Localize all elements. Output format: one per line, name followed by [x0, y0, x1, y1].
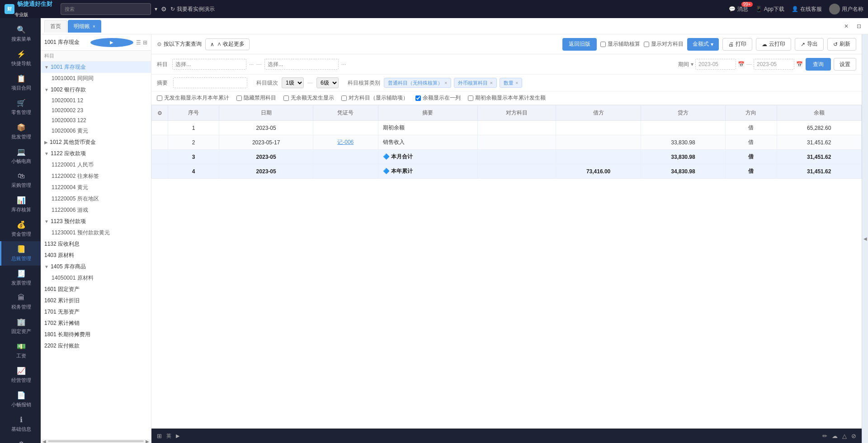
period-to-input[interactable] [754, 59, 794, 70]
sidebar-item-purchase[interactable]: 🛍 采购管理 [0, 168, 41, 192]
contra-subject-input[interactable] [341, 95, 347, 101]
expand-all-icon[interactable]: ⊞ [143, 39, 147, 46]
setting-btn[interactable]: 设置 [834, 58, 856, 71]
message-btn[interactable]: 💬 消息 99+ [729, 5, 748, 13]
cloud-print-btn[interactable]: ☁ 云打印 [756, 38, 791, 51]
tab-expand-btn[interactable]: ⊡ [854, 21, 864, 32]
refresh-btn[interactable]: ↺ 刷新 [827, 38, 856, 51]
dropdown-icon[interactable]: ▾ [155, 6, 157, 12]
export-btn[interactable]: ↗ 导出 [795, 38, 824, 51]
tree-item-10010001[interactable]: 10010001 同同同 [41, 73, 151, 84]
bottom-icon-cloud[interactable]: ☁ [832, 433, 838, 439]
scroll-left-btn[interactable]: ◀ [42, 439, 46, 443]
tree-item-11220001[interactable]: 11220001 人民币 [41, 159, 151, 171]
summary-input[interactable] [173, 77, 247, 88]
sidebar-item-wholesale[interactable]: 📦 批发管理 [0, 119, 41, 144]
sidebar-item-quick-nav[interactable]: ⚡ 快捷导航 [0, 46, 41, 71]
online-service-btn[interactable]: 👤 在线客服 [792, 5, 822, 13]
sidebar-item-invoice[interactable]: 🧾 发票管理 [0, 266, 41, 290]
list-view-icon[interactable]: ☰ [136, 39, 141, 46]
tree-item-1122[interactable]: ▼ 1122 应收款项 [41, 148, 151, 159]
app-download-btn[interactable]: 📱 App下载 [755, 5, 784, 13]
tree-item-10020003[interactable]: 10020003 122 [41, 115, 151, 125]
tree-item-1132[interactable]: 1132 应收利息 [41, 238, 151, 250]
demo-btn[interactable]: ↻ 我要看实例演示 [170, 5, 215, 13]
sidebar-item-system[interactable]: ⚙ 系统管理 [0, 436, 41, 443]
tree-item-1602[interactable]: 1602 累计折旧 [41, 295, 151, 306]
tag-normal-del[interactable]: × [444, 80, 447, 86]
lang-icon[interactable]: ▶ [176, 433, 179, 439]
level-from-select[interactable]: 1级 2级 3级 [282, 77, 304, 88]
sidebar-item-xiaochang-sales[interactable]: 📄 小畅报销 [0, 387, 41, 412]
sidebar-item-basic-info[interactable]: ℹ 基础信息 [0, 412, 41, 436]
tag-foreign-del[interactable]: × [490, 80, 492, 86]
subject-input2[interactable] [264, 59, 339, 70]
tree-item-11220002[interactable]: 11220002 往来标签 [41, 171, 151, 182]
calendar-icon2[interactable]: 📅 [796, 61, 803, 67]
right-sidebar-collapse-btn[interactable]: ◀ [862, 34, 868, 443]
scroll-right-btn[interactable]: ▶ [146, 439, 149, 443]
account-nav-btn[interactable]: ▶ [90, 38, 134, 47]
print-btn[interactable]: 🖨 打印 [722, 38, 752, 51]
tree-item-11220006[interactable]: 11220006 游戏 [41, 205, 151, 216]
tree-item-1001[interactable]: ▼ 1001 库存现金 [41, 62, 151, 73]
calendar-icon1[interactable]: 📅 [738, 61, 745, 67]
tree-item-1123[interactable]: ▼ 1123 预付款项 [41, 216, 151, 227]
tab-detail[interactable]: 明细账 × [68, 20, 101, 33]
bottom-icon-block[interactable]: ⊘ [851, 433, 856, 439]
tree-item-1801[interactable]: 1801 长期待摊费用 [41, 329, 151, 340]
tree-item-10020006[interactable]: 10020006 黄元 [41, 125, 151, 137]
sidebar-item-tax[interactable]: 🏛 税务管理 [0, 290, 41, 314]
th-settings[interactable]: ⚙ [152, 105, 168, 121]
tree-item-11230001[interactable]: 11230001 预付款款黄元 [41, 227, 151, 238]
expand-more-btn[interactable]: ∧ ∧ 收起更多 [205, 38, 250, 50]
tag-quantity-del[interactable]: × [515, 80, 518, 86]
amount-mode-btn[interactable]: 金额式 ▾ [687, 38, 719, 51]
level-to-select[interactable]: 6级 5级 4级 [316, 77, 339, 88]
no-balance-input[interactable] [157, 95, 162, 101]
tree-item-10020001[interactable]: 10020001 12 [41, 95, 151, 105]
sidebar-item-capital[interactable]: 💰 资金管理 [0, 217, 41, 241]
query-btn[interactable]: 查询 [806, 58, 831, 71]
sidebar-item-ecommerce[interactable]: 💻 小畅电商 [0, 144, 41, 168]
tree-item-14050001[interactable]: 14050001 原材料 [41, 272, 151, 284]
tree-item-10020002[interactable]: 10020002 23 [41, 105, 151, 115]
tab-close-btn[interactable]: × [93, 24, 95, 29]
tree-item-1405[interactable]: ▼ 1405 库存商品 [41, 261, 151, 272]
tree-item-1403[interactable]: 1403 原材料 [41, 250, 151, 261]
sidebar-item-general-ledger[interactable]: 📒 总账管理 [0, 241, 41, 266]
sidebar-item-salary[interactable]: 💵 工资 [0, 338, 41, 363]
sidebar-item-retail[interactable]: 🛒 零售管理 [0, 95, 41, 119]
sidebar-item-project[interactable]: 📋 项目合同 [0, 71, 41, 95]
tree-item-1002[interactable]: ▼ 1002 银行存款 [41, 84, 151, 95]
tree-item-1012[interactable]: ▶ 1012 其他货币资金 [41, 137, 151, 148]
tree-item-11220004[interactable]: 11220004 黄元 [41, 182, 151, 193]
settings-icon[interactable]: ⚙ [161, 5, 167, 13]
period-from-input[interactable] [695, 59, 736, 70]
user-menu[interactable]: 用户名称 [829, 4, 863, 14]
sidebar-item-fixed-assets[interactable]: 🏢 固定资产 [0, 314, 41, 338]
sidebar-item-business[interactable]: 📈 经营管理 [0, 363, 41, 387]
subject-more-btn[interactable]: ··· [249, 61, 254, 67]
sidebar-item-search-menu[interactable]: 🔍 搜索菜单 [0, 22, 41, 46]
bottom-icon-grid[interactable]: ⊞ [157, 433, 162, 439]
hide-disabled-input[interactable] [236, 95, 242, 101]
period-dropdown-icon[interactable]: ▾ [691, 61, 693, 67]
balance-one-col-input[interactable] [415, 95, 421, 101]
show-aux-input[interactable] [600, 42, 606, 47]
tab-home[interactable]: 首页 [44, 20, 67, 33]
tab-close-all-btn[interactable]: ✕ [841, 21, 852, 32]
bottom-icon-triangle[interactable]: △ [842, 433, 847, 439]
tree-item-2202[interactable]: 2202 应付账款 [41, 340, 151, 352]
tree-item-1702[interactable]: 1702 累计摊销 [41, 318, 151, 329]
opening-balance-input[interactable] [468, 95, 473, 101]
no-balance2-input[interactable] [283, 95, 289, 101]
tree-item-1701[interactable]: 1701 无形资产 [41, 306, 151, 318]
bottom-icon-edit[interactable]: ✏ [822, 433, 827, 439]
sidebar-item-inventory[interactable]: 📊 库存核算 [0, 192, 41, 217]
back-old-btn[interactable]: 返回旧版 [562, 38, 597, 51]
tree-item-11220005[interactable]: 11220005 所在地区 [41, 193, 151, 205]
voucher-link[interactable]: 记-006 [337, 139, 354, 145]
show-contra-input[interactable] [644, 42, 649, 47]
tree-item-1601[interactable]: 1601 固定资产 [41, 284, 151, 295]
